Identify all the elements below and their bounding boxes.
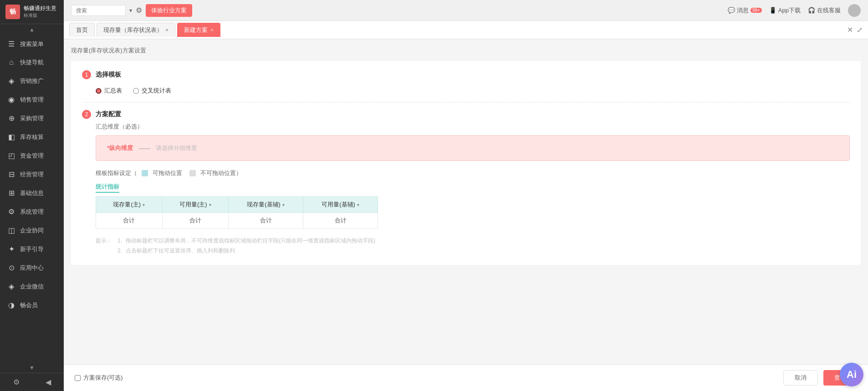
tab-new-scheme-close[interactable]: × [210, 27, 214, 33]
service-icon: 🎧 [808, 7, 815, 14]
radio-cross-label: 交叉统计表 [142, 87, 171, 95]
tabbar: 首页 现存量（库存状况表） × 新建方案 × ✕ ⤢ [64, 21, 868, 39]
sidebar-scroll-down[interactable]: ▼ [0, 362, 64, 373]
sidebar-item-search[interactable]: ☰ 搜索菜单 [0, 35, 64, 53]
guide-icon: ✦ [7, 245, 15, 253]
sidebar-item-label: 销售管理 [20, 96, 44, 104]
inventory-icon: ◧ [7, 133, 15, 141]
ai-badge[interactable]: Ai [840, 363, 863, 386]
topbar-avatar[interactable] [848, 4, 861, 17]
sidebar-item-label: 应用中心 [20, 264, 44, 272]
radio-summary-table[interactable]: 汇总表 [96, 87, 122, 95]
member-icon: ◑ [7, 301, 15, 309]
chevron-down-icon-3: ▾ [282, 202, 285, 207]
topbar-experience-btn[interactable]: 体验行业方案 [146, 4, 192, 17]
topbar-messages[interactable]: 💬 消息 99+ [728, 6, 762, 15]
tab-inventory-status[interactable]: 现存量（库存状况表） × [97, 23, 175, 37]
step1-header: 1 选择模板 [82, 70, 850, 79]
sidebar-item-operations[interactable]: ⊟ 经营管理 [0, 165, 64, 184]
basic-info-icon: ⊞ [7, 189, 15, 197]
sidebar-item-cooperation[interactable]: ◫ 企业协同 [0, 221, 64, 240]
cell-0-1: 合计 [162, 213, 229, 229]
sidebar-item-label: 资金管理 [20, 152, 44, 160]
step2-badge: 2 [82, 110, 91, 119]
app-download-label: App下载 [778, 6, 801, 15]
cancel-button[interactable]: 取消 [783, 370, 818, 386]
chevron-down-icon-2: ▾ [209, 202, 211, 207]
indicator-settings-label: 模板指标设定（ [96, 169, 137, 177]
sales-icon: ◉ [7, 95, 15, 104]
topbar-online-service[interactable]: 🎧 在线客服 [808, 6, 841, 15]
stats-table-body: 合计 合计 合计 合计 [96, 213, 378, 229]
th-current-main[interactable]: 现存量(主) ▾ [96, 197, 163, 213]
sidebar-item-quicknav[interactable]: ⌂ 快捷导航 [0, 53, 64, 72]
topbar-gear-btn[interactable]: ⚙ [136, 6, 142, 15]
cell-0-2: 合计 [229, 213, 303, 229]
sidebar-item-system[interactable]: ⚙ 系统管理 [0, 202, 64, 221]
sidebar-item-basic-info[interactable]: ⊞ 基础信息 [0, 184, 64, 202]
dimension-dash: —— [138, 145, 150, 152]
dimension-box[interactable]: *纵向维度 —— 请选择分组维度 [96, 135, 850, 161]
cooperation-icon: ◫ [7, 226, 15, 235]
main-area: ▾ ⚙ 体验行业方案 💬 消息 99+ 📱 App下载 🎧 在线客服 首页 [64, 0, 868, 391]
sidebar-item-finance[interactable]: ◰ 资金管理 [0, 146, 64, 165]
scheme-settings-card: 1 选择模板 汇总表 交叉统计表 2 方案配置 汇总维度（必选 [71, 61, 861, 265]
app-name: 畅赚通好生意 [24, 5, 56, 12]
th-available-aux[interactable]: 可用量(基辅) ▾ [303, 197, 378, 213]
tab-home[interactable]: 首页 [69, 23, 95, 37]
sidebar-item-label: 快捷导航 [20, 58, 44, 67]
sidebar-nav: ☰ 搜索菜单 ⌂ 快捷导航 ◈ 营销推广 ◉ 销售管理 ⊕ 采购管理 ◧ 库存核… [0, 35, 64, 362]
sidebar-item-label: 库存核算 [20, 133, 44, 141]
radio-cross-table[interactable]: 交叉统计表 [133, 87, 171, 95]
home-icon: ⌂ [7, 58, 15, 67]
th-available-main[interactable]: 可用量(主) ▾ [162, 197, 229, 213]
tabbar-close-btn[interactable]: ✕ [847, 26, 853, 34]
th-current-aux[interactable]: 现存量(基辅) ▾ [229, 197, 303, 213]
sidebar-item-label: 企业微信 [20, 283, 44, 291]
radio-cross-input[interactable] [133, 88, 139, 94]
th-current-main-label: 现存量(主) [113, 201, 141, 209]
tips-section: 提示： 1. 拖动标题栏可以调整布局，不可跨维度或指标区域拖动栏目字段(只能在同… [96, 236, 850, 256]
sidebar-item-label: 畅会员 [20, 301, 38, 309]
save-checkbox[interactable] [75, 375, 81, 381]
sidebar-item-marketing[interactable]: ◈ 营销推广 [0, 72, 64, 90]
th-available-aux-label: 可用量(基辅) [322, 201, 355, 209]
app-download-icon: 📱 [769, 7, 776, 14]
dimension-placeholder: 请选择分组维度 [156, 144, 197, 152]
appcenter-icon: ⊙ [7, 263, 15, 272]
radio-summary-input[interactable] [96, 88, 102, 94]
content-area: 现存量(库存状况表)方案设置 1 选择模板 汇总表 交叉统计表 2 [64, 39, 868, 364]
topbar-dropdown-btn[interactable]: ▾ [129, 7, 132, 14]
stats-table-header-row: 现存量(主) ▾ 可用量(主) ▾ [96, 197, 378, 213]
sidebar-item-label: 搜索菜单 [20, 40, 44, 48]
tip-1: 提示： 1. 拖动标题栏可以调整布局，不可跨维度或指标区域拖动栏目字段(只能在同… [96, 236, 850, 246]
th-available-main-label: 可用量(主) [179, 201, 207, 209]
template-options: 汇总表 交叉统计表 [82, 83, 850, 102]
page-title: 现存量(库存状况表)方案设置 [71, 46, 861, 55]
save-checkbox-label[interactable]: 方案保存(可选) [75, 374, 123, 382]
tip-2-text: 点击标题栏下拉可设置排序、插入列和删除列 [126, 246, 235, 256]
tab-inventory-close[interactable]: × [165, 27, 168, 33]
cell-0-0: 合计 [96, 213, 163, 229]
draggable-badge [142, 170, 148, 176]
topbar: ▾ ⚙ 体验行业方案 💬 消息 99+ 📱 App下载 🎧 在线客服 [64, 0, 868, 21]
scroll-up-btn[interactable]: ▲ [29, 26, 35, 33]
sidebar-item-purchase[interactable]: ⊕ 采购管理 [0, 109, 64, 128]
sidebar-item-wechat[interactable]: ◈ 企业微信 [0, 277, 64, 296]
topbar-search-input[interactable] [71, 5, 126, 16]
scroll-down-btn[interactable]: ▼ [29, 365, 35, 371]
sidebar-item-sales[interactable]: ◉ 销售管理 [0, 90, 64, 109]
sidebar-item-guide[interactable]: ✦ 新手引导 [0, 240, 64, 258]
sidebar-item-inventory[interactable]: ◧ 库存核算 [0, 128, 64, 146]
collapse-footer-btn[interactable]: ◀ [46, 378, 51, 386]
radio-summary-label: 汇总表 [104, 87, 122, 95]
sidebar-item-appcenter[interactable]: ⊙ 应用中心 [0, 258, 64, 277]
sidebar-item-member[interactable]: ◑ 畅会员 [0, 296, 64, 314]
sidebar-scroll-up[interactable]: ▲ [0, 24, 64, 35]
tab-new-scheme[interactable]: 新建方案 × [177, 23, 220, 37]
tip-2: 2. 点击标题栏下拉可设置排序、插入列和删除列 [96, 246, 850, 256]
topbar-app-download[interactable]: 📱 App下载 [769, 6, 801, 15]
settings-footer-btn[interactable]: ⚙ [13, 378, 20, 386]
th-current-aux-label: 现存量(基辅) [247, 201, 281, 209]
tabbar-expand-btn[interactable]: ⤢ [857, 26, 863, 34]
